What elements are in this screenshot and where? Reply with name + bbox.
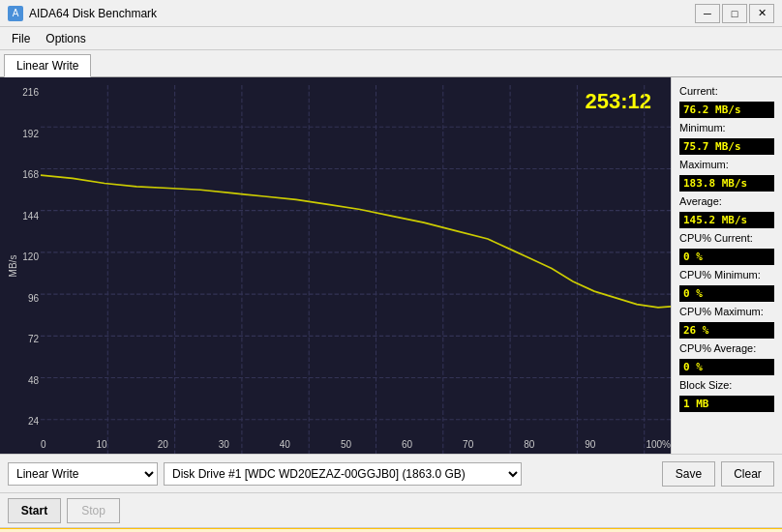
maximize-button[interactable]: □ [722, 4, 747, 23]
maximum-value: 183.8 MB/s [679, 175, 774, 192]
y-label-48: 48 [28, 375, 39, 386]
window-title: AIDA64 Disk Benchmark [29, 7, 157, 20]
tab-bar: Linear Write [0, 50, 782, 77]
x-label-10: 10 [97, 439, 107, 450]
x-axis-labels: 0 10 20 30 40 50 60 70 80 90 100% [41, 439, 671, 450]
svg-rect-0 [41, 85, 671, 454]
y-label-168: 168 [22, 169, 39, 180]
y-label-120: 120 [22, 251, 39, 262]
x-label-100: 100% [646, 439, 671, 450]
minimum-label: Minimum: [679, 122, 774, 133]
current-value: 76.2 MB/s [679, 102, 774, 118]
clear-button[interactable]: Clear [721, 461, 774, 487]
x-label-70: 70 [463, 439, 473, 450]
cpu-maximum-value: 26 % [679, 322, 774, 339]
average-label: Average: [679, 195, 774, 207]
x-label-20: 20 [158, 439, 168, 450]
average-value: 145.2 MB/s [679, 212, 774, 228]
y-label-72: 72 [28, 334, 39, 344]
x-label-60: 60 [402, 439, 412, 450]
cpu-minimum-label: CPU% Minimum: [679, 269, 774, 281]
menu-options[interactable]: Options [38, 30, 93, 47]
x-label-90: 90 [585, 439, 595, 450]
chart-area: 253:12 MB/s 216 192 168 144 120 96 72 48… [0, 77, 671, 454]
stats-panel: Current: 76.2 MB/s Minimum: 75.7 MB/s Ma… [671, 77, 782, 454]
y-label-192: 192 [22, 129, 39, 139]
x-label-30: 30 [219, 439, 229, 450]
cpu-current-label: CPU% Current: [679, 232, 774, 244]
test-type-dropdown[interactable]: Linear Write Linear Read Random Write Ra… [8, 462, 158, 486]
cpu-current-value: 0 % [679, 249, 774, 265]
close-button[interactable]: ✕ [749, 4, 774, 23]
warning-bar: ⚠ Write tests will DESTROY ALL DATA on t… [0, 528, 782, 532]
main-content: 253:12 MB/s 216 192 168 144 120 96 72 48… [0, 77, 782, 455]
cpu-average-value: 0 % [679, 359, 774, 375]
block-size-value: 1 MB [679, 396, 774, 412]
y-label-96: 96 [28, 293, 39, 304]
drive-dropdown[interactable]: Disk Drive #1 [WDC WD20EZAZ-00GGJB0] (18… [164, 462, 522, 486]
block-size-label: Block Size: [679, 379, 774, 391]
minimum-value: 75.7 MB/s [679, 138, 774, 155]
menu-bar: File Options [0, 27, 782, 50]
tab-linear-write[interactable]: Linear Write [4, 54, 91, 77]
x-label-50: 50 [341, 439, 351, 450]
y-label-24: 24 [28, 416, 39, 427]
cpu-average-label: CPU% Average: [679, 342, 774, 354]
y-label-216: 216 [22, 87, 39, 98]
bottom-controls: Linear Write Linear Read Random Write Ra… [0, 455, 782, 493]
current-label: Current: [679, 85, 774, 97]
stop-button[interactable]: Stop [67, 498, 120, 523]
maximum-label: Maximum: [679, 159, 774, 170]
y-label-144: 144 [22, 211, 39, 222]
cpu-maximum-label: CPU% Maximum: [679, 306, 774, 317]
cpu-minimum-value: 0 % [679, 285, 774, 302]
title-bar: A AIDA64 Disk Benchmark ─ □ ✕ [0, 0, 782, 27]
x-label-0: 0 [41, 439, 46, 450]
start-button[interactable]: Start [8, 498, 61, 523]
action-controls: Start Stop [0, 493, 782, 528]
minimize-button[interactable]: ─ [695, 4, 720, 23]
save-button[interactable]: Save [662, 461, 715, 487]
x-label-80: 80 [524, 439, 534, 450]
chart-svg [41, 85, 671, 454]
x-label-40: 40 [280, 439, 290, 450]
window-controls: ─ □ ✕ [695, 4, 774, 23]
menu-file[interactable]: File [4, 30, 38, 47]
app-icon: A [8, 6, 23, 21]
